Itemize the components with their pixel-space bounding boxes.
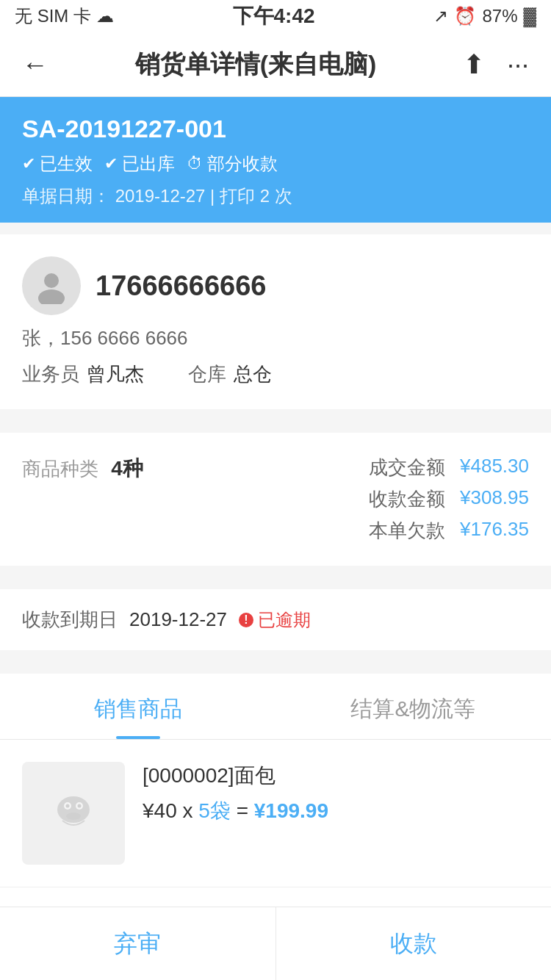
badge-partial-payment: ⏱ 部分收款: [187, 152, 278, 176]
order-header: SA-20191227-001 ✔ 已生效 ✔ 已出库 ⏱ 部分收款 单据日期：…: [0, 97, 551, 223]
battery-icon: ▓: [523, 6, 536, 26]
clock-icon: ⏱: [187, 154, 203, 173]
nav-actions: ⬆ ···: [463, 49, 529, 80]
customer-warehouse: 仓库 总仓: [188, 361, 272, 387]
badge-shipped: ✔ 已出库: [104, 152, 175, 176]
svg-point-1: [38, 289, 65, 304]
battery-level: 87%: [482, 6, 517, 26]
check-icon-1: ✔: [22, 154, 35, 173]
order-id: SA-20191227-001: [22, 115, 529, 143]
due-label: 收款到期日: [22, 607, 118, 633]
location-icon: ↗: [433, 6, 448, 26]
status-bar: 无 SIM 卡 ☁ 下午4:42 ↗ ⏰ 87% ▓: [0, 0, 551, 32]
collect-payment-button[interactable]: 收款: [276, 907, 552, 980]
status-time: 下午4:42: [233, 2, 315, 30]
product-image-1: [22, 762, 125, 865]
status-right: ↗ ⏰ 87% ▓: [433, 6, 536, 26]
svg-point-7: [66, 813, 81, 820]
customer-contact: 张，156 6666 6666: [22, 325, 529, 351]
svg-point-6: [78, 804, 82, 808]
stat-debt: 本单欠款 ¥176.35: [369, 518, 529, 544]
sim-status: 无 SIM 卡 ☁: [15, 4, 114, 28]
divider-2: [0, 566, 551, 577]
back-button[interactable]: ←: [22, 49, 48, 80]
tabs-header: 销售商品 结算&物流等: [0, 674, 551, 740]
avatar: [22, 256, 81, 315]
overdue-icon: !: [239, 613, 253, 627]
product-info-1: [0000002]面包 ¥40 x 5袋 = ¥199.99: [143, 762, 529, 825]
overdue-text: 已逾期: [258, 608, 311, 632]
order-date-line: 单据日期： 2019-12-27 | 打印 2 次: [22, 184, 529, 208]
alarm-icon: ⏰: [454, 6, 476, 26]
stats-section: 商品种类 4种 成交金额 ¥485.30 收款金额 ¥308.95 本单欠款 ¥…: [0, 433, 551, 566]
svg-point-5: [66, 804, 70, 808]
cancel-audit-button[interactable]: 弃审: [0, 907, 276, 980]
more-button[interactable]: ···: [507, 49, 529, 80]
divider-1: [0, 409, 551, 421]
divider-3: [0, 650, 551, 662]
product-item-1: [0000002]面包 ¥40 x 5袋 = ¥199.99: [0, 740, 551, 887]
stats-amounts: 成交金额 ¥485.30 收款金额 ¥308.95 本单欠款 ¥176.35: [369, 455, 529, 544]
customer-header: 17666666666: [22, 256, 529, 315]
overdue-badge: ! 已逾期: [239, 608, 311, 632]
due-date-value: 2019-12-27: [129, 608, 227, 631]
customer-meta: 业务员 曾凡杰 仓库 总仓: [22, 361, 529, 387]
customer-section: 17666666666 张，156 6666 6666 业务员 曾凡杰 仓库 总…: [0, 234, 551, 409]
tab-settlement[interactable]: 结算&物流等: [276, 674, 551, 739]
stats-category: 商品种类 4种: [22, 455, 143, 483]
nav-bar: ← 销货单详情(来自电脑) ⬆ ···: [0, 32, 551, 97]
check-icon-2: ✔: [104, 154, 118, 173]
svg-point-0: [44, 273, 59, 288]
stat-receipt: 收款金额 ¥308.95: [369, 486, 529, 512]
page-title: 销货单详情(来自电脑): [135, 48, 377, 82]
customer-staff: 业务员 曾凡杰: [22, 361, 144, 387]
stat-deal: 成交金额 ¥485.30: [369, 455, 529, 480]
product-price-1: ¥40 x 5袋 = ¥199.99: [143, 797, 529, 825]
order-badges: ✔ 已生效 ✔ 已出库 ⏱ 部分收款: [22, 152, 529, 176]
customer-name: 17666666666: [96, 270, 266, 302]
badge-activated: ✔ 已生效: [22, 152, 93, 176]
tab-sales-products[interactable]: 销售商品: [0, 674, 276, 739]
share-button[interactable]: ⬆: [463, 49, 485, 80]
product-name-1: [0000002]面包: [143, 762, 529, 790]
status-left: 无 SIM 卡 ☁: [15, 4, 114, 28]
bottom-bar: 弃审 收款: [0, 907, 551, 980]
due-date-section: 收款到期日 2019-12-27 ! 已逾期: [0, 589, 551, 650]
